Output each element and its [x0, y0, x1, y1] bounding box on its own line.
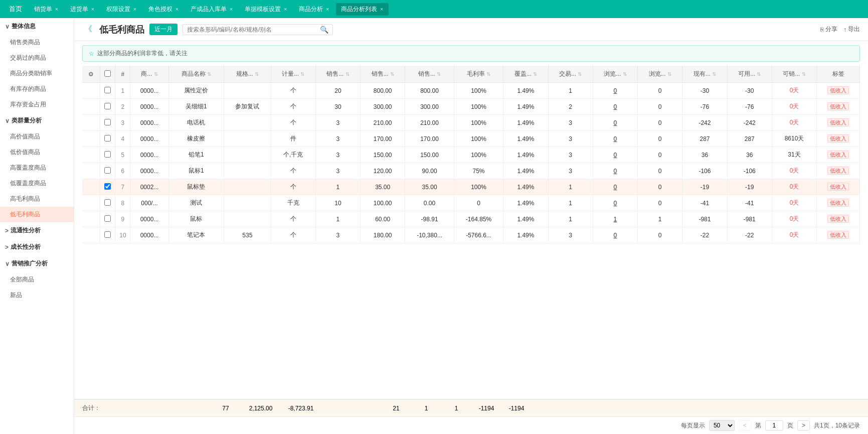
sidebar-group-circulation[interactable]: > 流通性分析: [0, 222, 74, 239]
sidebar-group-overall[interactable]: ∨ 整体信息: [0, 18, 74, 35]
nav-goods-analysis[interactable]: 商品分析 ×: [294, 3, 334, 16]
sidebar-group-cluster[interactable]: ∨ 类群量分析: [0, 112, 74, 129]
nav-purchase[interactable]: 进货单 ×: [65, 3, 99, 16]
share-button[interactable]: ⎘ 分享: [820, 25, 837, 34]
export-button[interactable]: ↑ 导出: [843, 25, 860, 34]
row-checkbox[interactable]: [104, 215, 111, 222]
nav-sales[interactable]: 销货单 ×: [29, 3, 63, 16]
th-browse2[interactable]: 浏览... ⇅: [638, 66, 682, 83]
row-checkbox[interactable]: [104, 135, 111, 141]
cell-checkbox[interactable]: [100, 179, 115, 195]
th-unit[interactable]: 计量... ⇅: [271, 66, 315, 83]
nav-permission[interactable]: 权限设置 ×: [101, 3, 141, 16]
th-coverage[interactable]: 覆盖... ⇅: [503, 66, 548, 83]
sidebar-item-high-coverage[interactable]: 高覆盖度商品: [0, 160, 74, 176]
nav-goods-analysis-list-close[interactable]: ×: [380, 6, 383, 12]
row-checkbox[interactable]: [104, 119, 111, 125]
browse1-link[interactable]: 0: [614, 200, 617, 207]
cell-checkbox[interactable]: [100, 83, 115, 99]
cell-checkbox[interactable]: [100, 163, 115, 179]
browse1-link[interactable]: 0: [614, 103, 617, 110]
cell-checkbox[interactable]: [100, 131, 115, 147]
row-checkbox[interactable]: [104, 167, 111, 174]
nav-role-close[interactable]: ×: [176, 6, 179, 12]
row-checkbox[interactable]: [104, 103, 111, 109]
th-sales-amount[interactable]: 销售... ⇅: [405, 66, 454, 83]
sidebar-item-inventory-goods[interactable]: 有库存的商品: [0, 81, 74, 97]
cell-browse1[interactable]: 0: [593, 99, 637, 115]
sidebar-group-growth[interactable]: > 成长性分析: [0, 239, 74, 255]
th-available[interactable]: 可用... ⇅: [727, 66, 772, 83]
cell-browse1[interactable]: 0: [593, 131, 637, 147]
th-browse1[interactable]: 浏览... ⇅: [593, 66, 637, 83]
nav-product-entry-close[interactable]: ×: [230, 6, 233, 12]
next-page-button[interactable]: >: [797, 420, 810, 430]
th-name[interactable]: 商品名称 ⇅: [168, 66, 224, 83]
cell-browse1[interactable]: 1: [593, 211, 637, 227]
sidebar-item-high-value[interactable]: 高价值商品: [0, 129, 74, 144]
browse1-link[interactable]: 0: [614, 168, 617, 175]
th-sellable[interactable]: 可销... ⇅: [772, 66, 816, 83]
sidebar-item-inventory-capital[interactable]: 库存资金占用: [0, 97, 74, 112]
sidebar-item-new-goods[interactable]: 新品: [0, 287, 74, 303]
browse1-link[interactable]: 0: [614, 184, 617, 191]
sidebar-item-low-margin[interactable]: 低毛利商品: [0, 207, 74, 222]
row-checkbox[interactable]: [104, 183, 111, 190]
th-gross-margin[interactable]: 毛利率 ⇅: [454, 66, 503, 83]
sidebar-item-traded-goods[interactable]: 交易过的商品: [0, 50, 74, 66]
row-checkbox[interactable]: [104, 199, 111, 206]
sidebar-item-sales-goods[interactable]: 销售类商品: [0, 35, 74, 50]
sidebar-collapse-button[interactable]: 《: [82, 23, 94, 36]
prev-page-button[interactable]: <: [739, 420, 751, 430]
browse1-link[interactable]: 0: [614, 119, 617, 126]
sidebar-item-all-goods[interactable]: 全部商品: [0, 272, 74, 287]
sidebar-item-low-coverage[interactable]: 低覆盖度商品: [0, 176, 74, 191]
row-checkbox[interactable]: [104, 87, 111, 93]
table-container[interactable]: ⚙ # 商... ⇅ 商品名称 ⇅ 规格... ⇅ 计量... ⇅ 销售... …: [74, 66, 868, 399]
cell-checkbox[interactable]: [100, 115, 115, 131]
th-trade[interactable]: 交易... ⇅: [548, 66, 593, 83]
row-checkbox[interactable]: [104, 231, 111, 238]
browse1-link[interactable]: 0: [614, 232, 617, 239]
cell-checkbox[interactable]: [100, 195, 115, 211]
browse1-link[interactable]: 1: [614, 216, 617, 223]
browse1-link[interactable]: 0: [614, 152, 617, 159]
sidebar-item-category-rate[interactable]: 商品分类助销率: [0, 66, 74, 81]
cell-browse1[interactable]: 0: [593, 179, 637, 195]
browse1-link[interactable]: 0: [614, 87, 617, 94]
cell-browse1[interactable]: 0: [593, 147, 637, 163]
select-all-checkbox[interactable]: [104, 70, 111, 77]
nav-sales-close[interactable]: ×: [55, 6, 58, 12]
th-spec[interactable]: 规格... ⇅: [224, 66, 271, 83]
nav-template[interactable]: 单据模板设置 ×: [240, 3, 292, 16]
sidebar-item-low-value[interactable]: 低价值商品: [0, 144, 74, 160]
th-sales-price[interactable]: 销售... ⇅: [361, 66, 405, 83]
nav-role[interactable]: 角色授权 ×: [143, 3, 184, 16]
cell-browse1[interactable]: 0: [593, 115, 637, 131]
cell-checkbox[interactable]: [100, 227, 115, 243]
page-number-input[interactable]: [765, 420, 783, 430]
nav-goods-analysis-close[interactable]: ×: [326, 6, 329, 12]
cell-browse1[interactable]: 0: [593, 227, 637, 243]
search-icon[interactable]: 🔍: [320, 26, 328, 34]
nav-permission-close[interactable]: ×: [133, 6, 136, 12]
browse1-link[interactable]: 0: [614, 135, 617, 142]
nav-product-entry[interactable]: 产成品入库单 ×: [186, 3, 238, 16]
nav-purchase-close[interactable]: ×: [91, 6, 94, 12]
row-checkbox[interactable]: [104, 151, 111, 158]
th-sales-qty[interactable]: 销售... ⇅: [315, 66, 360, 83]
nav-template-close[interactable]: ×: [284, 6, 287, 12]
th-current[interactable]: 现有... ⇅: [682, 66, 727, 83]
th-settings[interactable]: ⚙: [82, 66, 100, 83]
cell-browse1[interactable]: 0: [593, 163, 637, 179]
cell-checkbox[interactable]: [100, 211, 115, 227]
search-input[interactable]: [187, 26, 320, 33]
filter-recent-month-button[interactable]: 近一月: [149, 24, 178, 35]
th-checkbox[interactable]: [100, 66, 115, 83]
cell-checkbox[interactable]: [100, 147, 115, 163]
th-code[interactable]: 商... ⇅: [130, 66, 168, 83]
page-size-select[interactable]: 50 20 100: [709, 420, 735, 431]
sidebar-group-marketing[interactable]: ∨ 营销推广分析: [0, 255, 74, 272]
cell-browse1[interactable]: 0: [593, 83, 637, 99]
nav-goods-analysis-list[interactable]: 商品分析列表 ×: [336, 3, 388, 16]
